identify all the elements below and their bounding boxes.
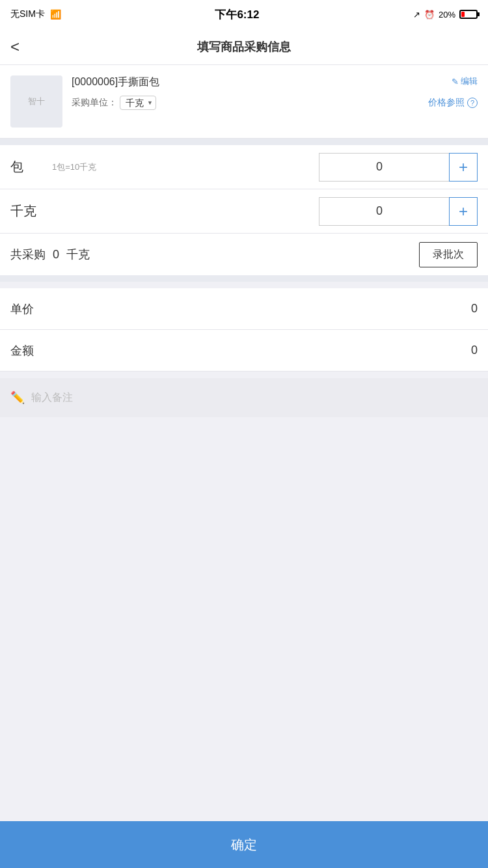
bag-input-right: + — [319, 153, 478, 182]
separator-2 — [0, 275, 488, 282]
unit-label: 采购单位： — [72, 97, 117, 109]
edit-icon: ✎ — [452, 77, 459, 87]
amount-value: 0 — [471, 344, 478, 357]
unit-price-row: 单价 0 — [0, 288, 488, 330]
status-right: ↗ ⏰ 20% — [413, 10, 478, 20]
amount-label: 金额 — [10, 343, 34, 359]
status-left: 无SIM卡 📶 — [10, 8, 61, 20]
price-ref-help-icon: ? — [467, 98, 478, 108]
unit-price-label: 单价 — [10, 301, 34, 317]
summary-label: 共采购 — [10, 248, 46, 261]
separator-1 — [0, 139, 488, 145]
product-unit-row: 采购单位： 千克 包 价格参照 ? — [72, 96, 478, 110]
battery-icon — [459, 10, 478, 19]
product-logo: 智十 — [28, 96, 45, 107]
batch-record-button[interactable]: 录批次 — [419, 242, 478, 267]
unit-price-value: 0 — [471, 302, 478, 316]
edit-label: 编辑 — [461, 75, 478, 87]
main-content-area — [0, 417, 488, 821]
unit-select[interactable]: 千克 包 — [120, 96, 156, 110]
product-card: 智十 [0000006]手撕面包 ✎ 编辑 采购单位： 千克 包 价格参照 — [0, 65, 488, 139]
edit-button[interactable]: ✎ 编辑 — [452, 75, 478, 87]
input-section: 包 1包=10千克 + 千克 + — [0, 145, 488, 234]
product-header: [0000006]手撕面包 ✎ 编辑 — [72, 75, 478, 89]
summary-unit: 千克 — [66, 248, 90, 261]
kg-quantity-input[interactable] — [319, 197, 449, 226]
back-button[interactable]: < — [10, 38, 20, 56]
kg-input-right: + — [319, 197, 478, 226]
carrier-label: 无SIM卡 — [10, 8, 45, 20]
remark-placeholder: 输入备注 — [31, 391, 73, 405]
bag-label: 包 — [10, 158, 49, 176]
nav-bar: < 填写商品采购信息 — [0, 29, 488, 65]
product-name: [0000006]手撕面包 — [72, 75, 159, 89]
kg-plus-button[interactable]: + — [449, 197, 478, 226]
location-icon: ↗ — [413, 10, 420, 20]
battery-percent: 20% — [439, 10, 455, 20]
status-bar: 无SIM卡 📶 下午6:12 ↗ ⏰ 20% — [0, 0, 488, 29]
wifi-icon: 📶 — [50, 9, 61, 20]
summary-text: 共采购 0 千克 — [10, 247, 90, 262]
status-time: 下午6:12 — [215, 7, 259, 22]
product-thumbnail: 智十 — [10, 75, 62, 128]
price-ref-button[interactable]: 价格参照 ? — [428, 97, 478, 109]
confirm-button[interactable]: 确定 — [0, 821, 488, 868]
bag-plus-button[interactable]: + — [449, 153, 478, 182]
summary-row: 共采购 0 千克 录批次 — [0, 234, 488, 275]
price-section: 单价 0 金额 0 — [0, 288, 488, 372]
remark-section[interactable]: ✏️ 输入备注 — [0, 378, 488, 417]
page-title: 填写商品采购信息 — [197, 39, 291, 55]
pencil-icon: ✏️ — [10, 390, 25, 405]
summary-value: 0 — [53, 248, 59, 261]
kg-input-row: 千克 + — [0, 189, 488, 234]
amount-row: 金额 0 — [0, 330, 488, 372]
product-info: [0000006]手撕面包 ✎ 编辑 采购单位： 千克 包 价格参照 ? — [72, 75, 478, 110]
bag-input-row: 包 1包=10千克 + — [0, 145, 488, 189]
bag-quantity-input[interactable] — [319, 153, 449, 182]
price-ref-label: 价格参照 — [428, 97, 465, 109]
alarm-icon: ⏰ — [424, 10, 435, 20]
bag-sub-label: 1包=10千克 — [52, 161, 96, 173]
kg-label: 千克 — [10, 202, 49, 220]
unit-select-wrapper[interactable]: 千克 包 — [120, 96, 156, 110]
